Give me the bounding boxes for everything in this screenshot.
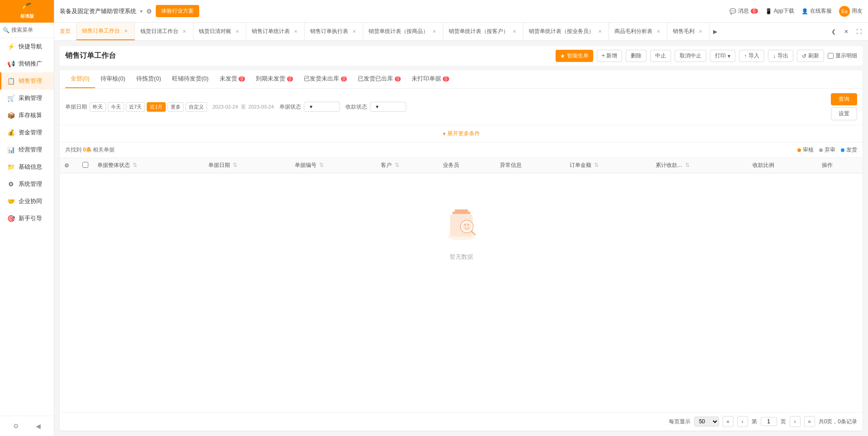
tab-cash-reconcile[interactable]: 钱货日清对账 ✕ [193, 23, 246, 40]
sidebar-item-basic[interactable]: 📁 基础信息 [0, 158, 54, 175]
messages-btn[interactable]: 💬 消息 6 [729, 7, 758, 15]
import-btn[interactable]: ↑ 导入 [739, 50, 764, 62]
refresh-btn[interactable]: ↺ 刷新 [797, 50, 824, 62]
print-btn[interactable]: 打印 ▾ [710, 50, 735, 62]
date-today-btn[interactable]: 今天 [108, 102, 124, 112]
delete-btn[interactable]: 删除 [626, 50, 647, 62]
settings-icon[interactable]: ⚙ [146, 8, 152, 15]
last-page-btn[interactable]: » [804, 416, 815, 427]
tab-sales-workbench[interactable]: 销售订单工作台 ✕ [77, 23, 135, 40]
smart-create-btn[interactable]: ★ 智能生单 [556, 50, 593, 62]
tab-close-icon[interactable]: ✕ [597, 28, 603, 35]
tab-sales-summary-staff[interactable]: 销货单统计表（按业务员） ✕ [523, 23, 609, 40]
tab-sales-more[interactable]: 销售毛利 ✕ [667, 23, 710, 40]
tab-close-icon[interactable]: ✕ [181, 28, 187, 35]
setting-btn[interactable]: 设置 [831, 107, 857, 120]
tab-close-icon[interactable]: ✕ [293, 28, 299, 35]
filter-tab-unshipped[interactable]: 未发货 0 [214, 70, 250, 88]
page-number-input[interactable] [761, 417, 777, 426]
user-menu[interactable]: Ea 用友 [839, 6, 863, 17]
th-settings[interactable]: ⚙ [60, 158, 78, 173]
prev-page-btn[interactable]: ‹ [737, 416, 748, 427]
sidebar-item-purchase[interactable]: 🛒 采购管理 [0, 90, 54, 107]
export-btn[interactable]: ↓ 导出 [768, 50, 793, 62]
basic-icon: 📁 [7, 163, 15, 171]
tab-close-icon[interactable]: ✕ [234, 28, 240, 35]
tab-sales-summary-cust[interactable]: 销货单统计表（按客户） ✕ [443, 23, 523, 40]
next-page-btn[interactable]: › [790, 416, 801, 427]
tab-sales-summary-prod[interactable]: 销货单统计表（按商品） ✕ [363, 23, 443, 40]
sidebar-item-inventory[interactable]: 📦 库存核算 [0, 107, 54, 124]
cancel-stop-btn[interactable]: 取消中止 [675, 50, 706, 62]
sidebar-item-marketing[interactable]: 📢 营销推广 [0, 55, 54, 72]
date-custom-btn[interactable]: 自定义 [186, 102, 207, 112]
th-customer[interactable]: 客户 ⇅ [376, 158, 438, 173]
sidebar-item-system[interactable]: ⚙ 系统管理 [0, 175, 54, 193]
filter-tab-wangpu[interactable]: 旺铺待发货(0) [167, 70, 214, 88]
collapse-btn[interactable]: ◀ [34, 421, 43, 431]
th-number[interactable]: 单据编号 ⇅ [290, 158, 377, 173]
th-error[interactable]: 异常信息 [495, 158, 565, 173]
sidebar-item-operations[interactable]: 📊 经营管理 [0, 141, 54, 158]
audit-btn[interactable]: 审核 [797, 146, 814, 154]
sidebar-item-quick-nav[interactable]: ⚡ 快捷导航 [0, 38, 54, 55]
sidebar-search[interactable]: 🔍 搜索菜单 [0, 23, 54, 38]
ship-btn[interactable]: 发货 [841, 146, 857, 154]
th-date[interactable]: 单据日期 ⇅ [204, 158, 290, 173]
filter-tab-expired[interactable]: 到期未发货 0 [250, 70, 298, 88]
show-detail-checkbox[interactable]: 显示明细 [828, 52, 857, 60]
filter-tab-shipped-out[interactable]: 已发货已出库 0 [352, 70, 406, 88]
online-service-btn[interactable]: 👤 在线客服 [801, 7, 832, 15]
date-7days-btn[interactable]: 近7天 [126, 102, 145, 112]
first-page-btn[interactable]: « [723, 416, 734, 427]
sidebar-item-sales[interactable]: 📋 销售管理 [0, 72, 54, 90]
sidebar-item-guide[interactable]: 🎯 新手引导 [0, 210, 54, 227]
tab-prev-icon[interactable]: ❮ [828, 26, 839, 37]
payment-select[interactable]: ▾ [370, 102, 406, 112]
tab-close-all-icon[interactable]: ✕ [841, 26, 852, 37]
filter-tab-pending-check[interactable]: 待拣货(0) [131, 70, 167, 88]
sidebar-item-finance[interactable]: 💰 资金管理 [0, 124, 54, 141]
th-staff[interactable]: 业务员 [438, 158, 496, 173]
app-download-btn[interactable]: 📱 App下载 [765, 7, 794, 15]
tab-profit-analysis[interactable]: 商品毛利分析表 ✕ [609, 23, 667, 40]
th-ratio[interactable]: 收款比例 [748, 158, 818, 173]
tab-more-btn[interactable]: ▶ [710, 23, 721, 40]
tab-sales-exec[interactable]: 销售订单执行表 ✕ [305, 23, 363, 40]
tab-close-icon[interactable]: ✕ [697, 28, 704, 35]
tab-close-icon[interactable]: ✕ [655, 28, 662, 35]
query-btn[interactable]: 查询 [831, 93, 857, 105]
th-amount[interactable]: 订单金额 ⇅ [565, 158, 652, 173]
tab-close-icon[interactable]: ✕ [351, 28, 357, 35]
page-size-select[interactable]: 50 10 20 100 [694, 417, 719, 427]
stop-btn[interactable]: 中止 [650, 50, 671, 62]
new-btn[interactable]: + 新增 [597, 50, 622, 62]
sidebar-item-cooperation[interactable]: 🤝 企业协同 [0, 193, 54, 210]
settings-bottom-btn[interactable]: ⚙ [11, 421, 21, 431]
table-scroll[interactable]: ⚙ 单据整体状态 ⇅ 单据日期 ⇅ 单据编号 [60, 158, 863, 412]
th-checkbox[interactable] [78, 158, 93, 173]
expand-conditions-btn[interactable]: ▾ 展开更多条件 [439, 128, 484, 139]
status-select[interactable]: ▾ [304, 102, 340, 112]
detail-checkbox-input[interactable] [828, 53, 834, 59]
tab-cash-daily[interactable]: 钱货日清工作台 ✕ [135, 23, 193, 40]
date-more-btn[interactable]: 更多 [168, 102, 184, 112]
cancel-audit-btn[interactable]: 弃审 [819, 146, 835, 154]
tab-sales-stats[interactable]: 销售订单统计表 ✕ [246, 23, 305, 40]
tab-close-icon[interactable]: ✕ [431, 28, 437, 35]
select-all-checkbox[interactable] [82, 162, 88, 168]
th-status[interactable]: 单据整体状态 ⇅ [93, 158, 204, 173]
filter-tab-pending-review[interactable]: 待审核(0) [95, 70, 131, 88]
date-1month-btn[interactable]: 近1月 [147, 102, 166, 112]
filter-tab-all[interactable]: 全部(0) [65, 70, 95, 88]
th-received[interactable]: 累计收款... ⇅ [651, 158, 748, 173]
tab-fullscreen-icon[interactable]: ⛶ [854, 26, 864, 37]
tab-home[interactable]: 首页 [54, 23, 77, 40]
date-yesterday-btn[interactable]: 昨天 [90, 102, 106, 112]
filter-tab-shipped-not-out[interactable]: 已发货未出库 0 [298, 70, 352, 88]
filter-tab-unprinted[interactable]: 未打印单据 0 [406, 70, 454, 88]
home-tab-label: 首页 [60, 28, 71, 35]
solution-btn[interactable]: 体验行业方案 [156, 5, 199, 17]
tab-close-icon[interactable]: ✕ [511, 28, 518, 35]
tab-close-icon[interactable]: ✕ [123, 28, 129, 34]
